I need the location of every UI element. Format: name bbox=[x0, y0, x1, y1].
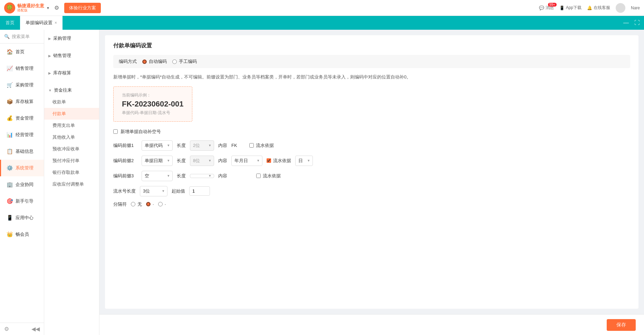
online-service-button[interactable]: 🔔 在线客服 bbox=[587, 5, 610, 11]
separator-dot-radio[interactable] bbox=[146, 202, 151, 206]
prefix1-select[interactable]: 单据代码 bbox=[142, 140, 173, 151]
sidebar-item-enterprise-label: 企业协同 bbox=[16, 182, 33, 188]
app-center-icon: 📱 bbox=[7, 215, 13, 221]
sidebar-item-app-center[interactable]: 📱 应用中心 bbox=[0, 210, 44, 226]
sec-header-purchase[interactable]: ▶ 采购管理 bbox=[44, 32, 99, 44]
sidebar-item-inventory[interactable]: 📦 库存核算 bbox=[0, 93, 44, 110]
auto-encoding-option[interactable]: 自动编码 bbox=[142, 58, 167, 65]
brand-icon: 🍀 bbox=[4, 2, 15, 13]
serial-checkbox-2[interactable]: 流水依据 bbox=[267, 158, 291, 164]
sidebar-item-guide[interactable]: 🎯 新手引导 bbox=[0, 193, 44, 210]
sidebar-item-member[interactable]: 👑 畅会员 bbox=[0, 226, 44, 243]
sidebar-bottom: ⚙ ◀◀ bbox=[0, 323, 44, 335]
sec-header-inventory[interactable]: ▶ 库存核算 bbox=[44, 67, 99, 79]
tab-serial-settings[interactable]: 单据编码设置 × bbox=[20, 16, 63, 30]
nav-minimize-icon[interactable]: — bbox=[622, 19, 630, 27]
serial-checkbox-1[interactable]: 流水依据 bbox=[249, 142, 274, 149]
sec-item-ar-ap-adjust[interactable]: 应收应付调整单 bbox=[44, 178, 99, 190]
sidebar-collapse-icon[interactable]: ◀◀ bbox=[31, 326, 40, 332]
online-service-label: 在线客服 bbox=[594, 5, 610, 11]
service-icon: 🔔 bbox=[587, 6, 592, 10]
sec-header-funds[interactable]: ▼ 资金往来 bbox=[44, 84, 99, 96]
length3-select[interactable] bbox=[190, 174, 214, 178]
prefix2-label: 编码前缀2 bbox=[113, 158, 137, 164]
manual-encoding-radio[interactable] bbox=[172, 59, 177, 64]
message-badge: 99+ bbox=[548, 3, 557, 7]
length1-select[interactable]: 2位 bbox=[190, 140, 214, 151]
nav-expand-icon[interactable]: ⛶ bbox=[633, 19, 641, 27]
save-button[interactable]: 保存 bbox=[607, 319, 636, 331]
sidebar-item-system[interactable]: ⚙️ 系统管理 bbox=[0, 160, 44, 176]
auto-fill-checkbox[interactable] bbox=[113, 129, 118, 134]
separator-dot[interactable]: · bbox=[146, 202, 154, 207]
sec-item-expense[interactable]: 费用支出单 bbox=[44, 120, 99, 131]
separator-none[interactable]: 无 bbox=[131, 201, 142, 207]
sidebar-search[interactable]: 🔍 搜索菜单 bbox=[0, 30, 44, 44]
serial-check-1-input[interactable] bbox=[249, 143, 254, 148]
length2-select[interactable]: 8位 bbox=[190, 156, 214, 166]
sec-item-receipt[interactable]: 收款单 bbox=[44, 96, 99, 108]
content-inner: 付款单编码设置 编码方式 自动编码 手工编码 新增单据时，*单据编码*自动生成，… bbox=[105, 35, 638, 309]
sec-item-advance-payable[interactable]: 预付冲应付单 bbox=[44, 155, 99, 167]
separator-none-radio[interactable] bbox=[131, 202, 135, 206]
serial-checkbox-3[interactable]: 流水依据 bbox=[256, 173, 281, 179]
main-layout: 🔍 搜索菜单 🏠 首页 📈 销售管理 🛒 采购管理 📦 库存核算 💰 资金管理 … bbox=[0, 30, 644, 335]
workspace-dropdown[interactable]: ▾ bbox=[47, 6, 49, 10]
serial-check-3-input[interactable] bbox=[256, 174, 261, 178]
serial-unit-select[interactable]: 日 bbox=[295, 156, 313, 166]
sec-item-payment[interactable]: 付款单 bbox=[44, 108, 99, 120]
sidebar-settings-icon[interactable]: ⚙ bbox=[4, 326, 9, 332]
sidebar-item-operations[interactable]: 📊 经营管理 bbox=[0, 127, 44, 143]
sec-item-bank-deposit[interactable]: 银行存取款单 bbox=[44, 167, 99, 178]
message-button[interactable]: 💬 消息 99+ bbox=[539, 5, 554, 11]
tab-close-icon[interactable]: × bbox=[55, 20, 57, 25]
sec-item-advance-receivable[interactable]: 预收冲应收单 bbox=[44, 143, 99, 155]
separator-dot2-label: · bbox=[165, 202, 166, 207]
sidebar-item-funds-label: 资金管理 bbox=[16, 115, 33, 121]
sidebar-item-basic-info[interactable]: 📋 基础信息 bbox=[0, 143, 44, 160]
header-right: 💬 消息 99+ 📱 App下载 🔔 在线客服 Nare bbox=[539, 3, 640, 13]
secondary-sidebar: ▶ 采购管理 ▶ 销售管理 ▶ 库存核算 ▼ 资金往来 收款单 付款单 费用支出… bbox=[44, 30, 99, 335]
tab-home[interactable]: 首页 bbox=[0, 16, 20, 30]
sidebar-item-guide-label: 新手引导 bbox=[16, 198, 33, 204]
brand-logo: 🍀 畅捷通好生意 搭配版 bbox=[4, 2, 44, 13]
sidebar-item-home-label: 首页 bbox=[16, 49, 25, 55]
separator-dot2-radio[interactable] bbox=[158, 202, 163, 206]
sidebar-item-enterprise[interactable]: 🏢 企业协同 bbox=[0, 176, 44, 193]
sidebar-item-sales[interactable]: 📈 销售管理 bbox=[0, 60, 44, 77]
top-header: 🍀 畅捷通好生意 搭配版 ▾ ⚙ 体验行业方案 💬 消息 99+ 📱 App下载… bbox=[0, 0, 644, 16]
tab-serial-settings-label: 单据编码设置 bbox=[26, 20, 52, 26]
sidebar-item-member-label: 畅会员 bbox=[16, 231, 29, 238]
length-label-1: 长度 bbox=[177, 142, 186, 149]
code-preview-value: FK-20230602-001 bbox=[122, 100, 184, 109]
home-icon: 🏠 bbox=[7, 49, 13, 55]
info-text: 新增单据时，*单据编码*自动生成，不可编辑。前缀设置为部门、业务员等档案类，开单… bbox=[113, 74, 630, 81]
sec-group-sales: ▶ 销售管理 bbox=[44, 47, 99, 64]
manual-encoding-option[interactable]: 手工编码 bbox=[172, 58, 197, 65]
prefix2-select[interactable]: 单据日期 bbox=[142, 156, 173, 166]
settings-icon[interactable]: ⚙ bbox=[52, 3, 61, 13]
sidebar-item-inventory-label: 库存核算 bbox=[16, 99, 33, 105]
content2-select[interactable]: 年月日 bbox=[231, 156, 262, 166]
app-download-button[interactable]: 📱 App下载 bbox=[559, 5, 581, 11]
sidebar-item-home[interactable]: 🏠 首页 bbox=[0, 44, 44, 60]
brand-text: 畅捷通好生意 搭配版 bbox=[17, 3, 44, 13]
sidebar-item-purchase[interactable]: 🛒 采购管理 bbox=[0, 77, 44, 93]
serial-check-2-label: 流水依据 bbox=[273, 158, 291, 164]
content-area: 付款单编码设置 编码方式 自动编码 手工编码 新增单据时，*单据编码*自动生成，… bbox=[99, 30, 644, 314]
nav-tabs: 首页 单据编码设置 × — ⛶ bbox=[0, 16, 644, 30]
serial-length-select[interactable]: 3位 bbox=[140, 186, 167, 196]
sec-header-purchase-label: 采购管理 bbox=[53, 35, 71, 41]
start-value-input[interactable] bbox=[189, 186, 210, 196]
trial-button[interactable]: 体验行业方案 bbox=[64, 3, 101, 13]
auto-encoding-radio[interactable] bbox=[142, 59, 147, 64]
prefix3-select[interactable]: 空 bbox=[142, 171, 173, 181]
sidebar-item-funds[interactable]: 💰 资金管理 bbox=[0, 110, 44, 127]
separator-options: 无 · · bbox=[131, 201, 166, 207]
sec-item-other-income[interactable]: 其他收入单 bbox=[44, 131, 99, 143]
serial-check-2-input[interactable] bbox=[267, 158, 271, 163]
serial-length-row: 流水号长度 3位 起始值 bbox=[113, 186, 630, 196]
separator-dot2[interactable]: · bbox=[158, 202, 166, 207]
inventory-icon: 📦 bbox=[7, 99, 13, 105]
sec-header-sales[interactable]: ▶ 销售管理 bbox=[44, 50, 99, 62]
